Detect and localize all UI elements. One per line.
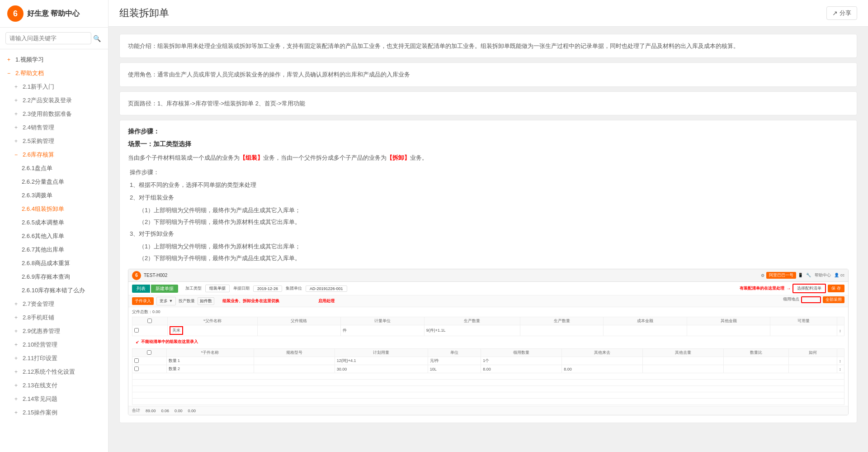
role-text: 使用角色：通常由生产人员或库管人员完成拆装业务的操作，库管人员确认原材料的出库和… <box>128 71 410 78</box>
td-cost-1 <box>604 325 687 336</box>
lth-other2: 其他去量 <box>643 349 724 357</box>
empty-row-5 <box>132 386 844 392</box>
ltd-spec-2 <box>254 365 335 373</box>
lower-row1-cb[interactable] <box>134 358 139 363</box>
sidebar-item-2-6-2[interactable]: 2.6.2分量盘点单 <box>0 175 108 189</box>
lth-how: 如何 <box>788 349 837 357</box>
sidebar-item-2-6-8[interactable]: 2.6.8商品成本重算 <box>0 257 108 270</box>
sidebar-item-2-9[interactable]: + 2.9优惠券管理 <box>0 324 108 338</box>
mock-tab-list: 列表 <box>132 285 150 293</box>
step-1: 1、根据不同的业务，选择不同单据的类型来处理 <box>128 179 849 191</box>
scene1-title: 场景一：加工类型选择 <box>128 140 849 148</box>
th-prod-qty2: 生产数量 <box>520 317 603 325</box>
main-content: 组装拆卸单 ↗ 分享 功能介绍：组装拆卸单用来处理企业组装或拆卸等加工业务，支持… <box>108 0 868 452</box>
sidebar-item-2-6[interactable]: − 2.6库存核算 <box>0 148 108 162</box>
td-avail-1 <box>770 325 837 336</box>
sidebar-item-2-12[interactable]: + 2.12系统个性化设置 <box>0 365 108 379</box>
page-header: 组装拆卸单 ↗ 分享 <box>108 0 868 27</box>
sidebar-label-2-6-6: 2.6.6其他入库单 <box>22 232 64 240</box>
sidebar-label-2-11: 2.11打印设置 <box>23 354 57 362</box>
sidebar-label-2-9: 2.9优惠券管理 <box>23 327 60 335</box>
sidebar-item-2-5[interactable]: + 2.5采购管理 <box>0 134 108 148</box>
sidebar-label-2-6-5: 2.6.5成本调整单 <box>22 219 64 227</box>
mock-field1-btn: 全部采用 <box>823 296 844 303</box>
ltd-used-2: 8.00 <box>481 365 562 373</box>
lower-select-all[interactable] <box>147 350 151 355</box>
sidebar-item-2-7[interactable]: + 2.7资金管理 <box>0 297 108 311</box>
sidebar-item-2[interactable]: − 2.帮助文档 <box>0 67 108 80</box>
mock-arrow1: → <box>786 286 791 291</box>
sidebar-item-2-6-3[interactable]: 2.6.3调拨单 <box>0 189 108 202</box>
sidebar-item-2-6-9[interactable]: 2.6.9库存账本查询 <box>0 270 108 284</box>
sidebar-item-2-4[interactable]: + 2.4销售管理 <box>0 121 108 134</box>
sidebar-item-2-14[interactable]: + 2.14常见问题 <box>0 392 108 406</box>
row1-checkbox[interactable] <box>134 328 139 333</box>
sidebar-label-2-6-2: 2.6.2分量盘点单 <box>22 178 64 186</box>
app-title: 好生意 帮助中心 <box>27 9 80 19</box>
sidebar-item-2-6-10[interactable]: 2.6.10库存账本错了么办 <box>0 284 108 297</box>
sidebar-label-2-13: 2.13在线支付 <box>23 381 57 390</box>
sidebar-item-2-15[interactable]: + 2.15操作案例 <box>0 406 108 419</box>
td-prodqty2-1 <box>520 325 603 336</box>
expand-icon-2-11: + <box>14 355 21 362</box>
sidebar-item-2-1[interactable]: + 2.1新手入门 <box>0 80 108 94</box>
search-input[interactable] <box>5 32 91 44</box>
nav-tree: + 1.视频学习 − 2.帮助文档 + 2.1新手入门 + 2.2产品安装及登录… <box>0 49 108 452</box>
mock-toolbar: 列表 新建单据 加工类型 组装单据 单据日期 2019-12-26 集团单位 A… <box>128 282 848 295</box>
ltd-ratio-1 <box>724 357 788 365</box>
keyword-disassembly: 【拆卸】 <box>387 154 410 161</box>
table-row-1: 关米 件 9(件)+1.1L ↕ <box>132 325 844 336</box>
footer-val1: 89.00 <box>146 409 156 413</box>
search-button[interactable]: 🔍 <box>91 33 103 44</box>
search-box[interactable]: 🔍 <box>0 28 108 49</box>
mock-logo: 6 <box>132 271 141 280</box>
sidebar-item-2-6-6[interactable]: 2.6.6其他入库单 <box>0 229 108 243</box>
lth-other1: 其他来去 <box>562 349 643 357</box>
mock-qty-value: 如件数 <box>198 297 214 305</box>
th-parent-name: *父件名称 <box>167 317 257 325</box>
mock-sub-btn2: 更多 ▼ <box>156 297 176 305</box>
sidebar-item-2-10[interactable]: + 2.10经营管理 <box>0 338 108 352</box>
sidebar-label-2-1: 2.1新手入门 <box>23 83 54 91</box>
sidebar-label-2-6-10: 2.6.10库存账本错了么办 <box>22 286 85 295</box>
sidebar-label-2-15: 2.15操作案例 <box>23 409 57 417</box>
sidebar-label-2-5: 2.5采购管理 <box>23 137 54 145</box>
select-all-checkbox[interactable] <box>147 319 152 323</box>
sidebar-item-2-3[interactable]: + 2.3使用前数据准备 <box>0 107 108 121</box>
sidebar-item-2-8[interactable]: + 2.8手机旺铺 <box>0 311 108 324</box>
share-label: 分享 <box>840 9 851 17</box>
sidebar-item-2-6-1[interactable]: 2.6.1盘点单 <box>0 162 108 175</box>
mock-annotation4: 启用处理 <box>318 298 335 304</box>
sidebar-label-2-8: 2.8手机旺铺 <box>23 314 54 322</box>
footer-label: 合计 <box>132 408 140 414</box>
td-name-1: 关米 <box>167 325 257 336</box>
sidebar-label-2-4: 2.4销售管理 <box>23 124 54 132</box>
step-3-sub2: （2）下部明细为子件明细，最终作为产成品生成其它入库单。 <box>128 252 849 264</box>
sidebar-item-1[interactable]: + 1.视频学习 <box>0 53 108 67</box>
sidebar-item-2-6-5[interactable]: 2.6.5成本调整单 <box>0 216 108 229</box>
sidebar: 6 好生意 帮助中心 🔍 + 1.视频学习 − 2.帮助文档 + 2.1新手入门… <box>0 0 108 452</box>
sidebar-item-2-6-4[interactable]: 2.6.4组装拆卸单 <box>0 202 108 216</box>
mock-upper-table: *父件名称 父件规格 计量单位 生产数量 生产数量 成本金额 其他金额 可用量 <box>132 317 844 336</box>
td-other-1 <box>687 325 770 336</box>
td-spec-1 <box>257 325 340 336</box>
mock-topbar-btn1: 阿里巴巴一号 <box>766 272 796 279</box>
sidebar-item-2-2[interactable]: + 2.2产品安装及登录 <box>0 94 108 107</box>
sidebar-label-2-14: 2.14常见问题 <box>23 395 57 403</box>
sidebar-label-2-7: 2.7资金管理 <box>23 300 54 308</box>
step-1-title: 操作步骤： <box>128 167 849 178</box>
expand-icon-2-8: + <box>14 314 21 321</box>
ltd-unit-2: 10L <box>428 365 481 373</box>
td-unit-1: 件 <box>341 325 424 336</box>
mock-subtoolbar: 子件录入 更多 ▼ 投产数量 如件数 组装业务、拆卸业务在这里切换 启用处理 领… <box>128 295 848 307</box>
expand-icon-2-2: + <box>14 97 21 104</box>
sidebar-item-2-11[interactable]: + 2.11打印设置 <box>0 352 108 365</box>
page-title: 组装拆卸单 <box>119 6 169 20</box>
empty-row-4 <box>132 380 844 386</box>
empty-row-3 <box>132 373 844 380</box>
sidebar-item-2-6-7[interactable]: 2.6.7其他出库单 <box>0 243 108 257</box>
sidebar-item-2-13[interactable]: + 2.13在线支付 <box>0 379 108 392</box>
share-button[interactable]: ↗ 分享 <box>826 6 857 20</box>
lower-row2-cb[interactable] <box>134 366 139 371</box>
th-action <box>837 317 844 325</box>
